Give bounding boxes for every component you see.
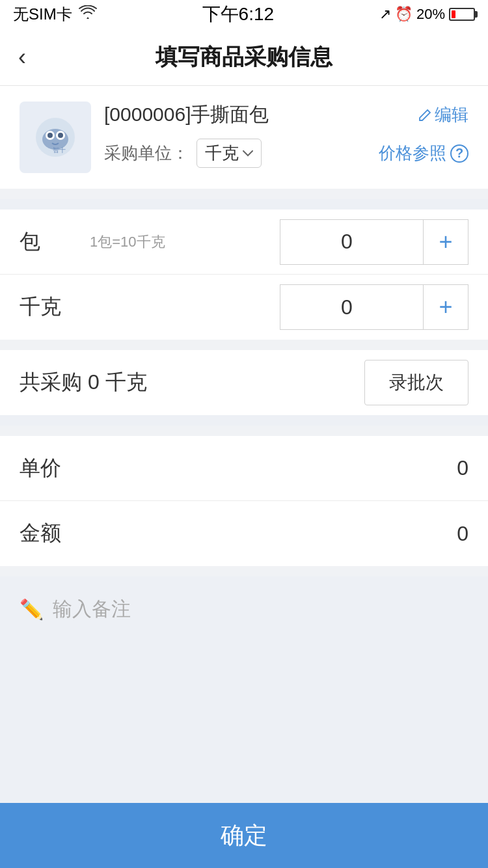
- field-section: 单价 0 金额 0: [0, 436, 488, 566]
- summary-label: 共采购 0 千克: [20, 368, 147, 397]
- summary-section: 共采购 0 千克 录批次: [0, 350, 488, 415]
- summary-row: 共采购 0 千克 录批次: [0, 350, 488, 415]
- product-unit-row: 采购单位： 千克 价格参照 ?: [104, 139, 468, 168]
- bag-input-wrapper: +: [280, 219, 468, 265]
- battery-percent: 20%: [416, 6, 445, 23]
- bag-quantity-input[interactable]: [280, 219, 423, 265]
- wifi-icon: [79, 5, 97, 23]
- kg-input-wrapper: +: [280, 284, 468, 330]
- unit-label: 采购单位：: [104, 143, 189, 163]
- kg-quantity-input[interactable]: [280, 284, 423, 330]
- unit-price-row: 单价 0: [0, 436, 488, 501]
- product-header: [0000006]手撕面包 编辑: [104, 102, 468, 128]
- confirm-button[interactable]: 确定: [0, 803, 488, 868]
- remark-placeholder: 输入备注: [53, 596, 131, 623]
- status-bar: 无SIM卡 下午6:12 ↗ ⏰ 20%: [0, 0, 488, 29]
- bag-plus-button[interactable]: +: [423, 219, 468, 265]
- input-section: 包 1包=10千克 + 千克 +: [0, 210, 488, 340]
- price-reference-button[interactable]: 价格参照 ?: [379, 142, 468, 165]
- svg-point-4: [47, 133, 53, 138]
- section-divider-1: [0, 199, 488, 210]
- battery-icon: [449, 8, 475, 21]
- carrier-text: 无SIM卡: [13, 4, 72, 25]
- product-image: 智十: [20, 102, 91, 173]
- page-title: 填写商品采购信息: [156, 42, 332, 72]
- product-name: [0000006]手撕面包: [104, 102, 269, 128]
- status-time: 下午6:12: [202, 2, 275, 27]
- amount-label: 金额: [20, 519, 72, 548]
- unit-price-value: 0: [457, 456, 468, 480]
- content-area: 智十 [0000006]手撕面包 编辑 采购单位： 千克: [0, 86, 488, 824]
- kg-plus-button[interactable]: +: [423, 284, 468, 330]
- back-button[interactable]: ‹: [18, 44, 26, 71]
- bag-input-row: 包 1包=10千克 +: [0, 210, 488, 275]
- amount-value: 0: [457, 522, 468, 546]
- bag-label: 包: [20, 228, 85, 256]
- remark-section[interactable]: ✏️ 输入备注: [0, 576, 488, 694]
- section-divider-2: [0, 415, 488, 426]
- confirm-label: 确定: [221, 820, 267, 852]
- unit-price-label: 单价: [20, 454, 72, 483]
- status-right: ↗ ⏰ 20%: [379, 6, 475, 23]
- info-icon: ?: [450, 144, 468, 163]
- edit-button[interactable]: 编辑: [418, 103, 468, 126]
- status-left: 无SIM卡: [13, 4, 97, 25]
- product-info: [0000006]手撕面包 编辑 采购单位： 千克: [104, 102, 468, 168]
- remark-inner: ✏️ 输入备注: [20, 596, 468, 623]
- svg-point-5: [58, 133, 63, 138]
- record-batch-button[interactable]: 录批次: [364, 360, 468, 405]
- nav-bar: ‹ 填写商品采购信息: [0, 29, 488, 86]
- bag-sublabel: 1包=10千克: [90, 232, 165, 252]
- product-card: 智十 [0000006]手撕面包 编辑 采购单位： 千克: [0, 86, 488, 189]
- kg-label: 千克: [20, 293, 85, 321]
- pencil-icon: ✏️: [20, 598, 44, 621]
- location-icon: ↗: [379, 6, 391, 23]
- amount-row: 金额 0: [0, 501, 488, 566]
- svg-text:智十: 智十: [53, 146, 66, 154]
- unit-selector[interactable]: 采购单位： 千克: [104, 139, 262, 168]
- alarm-icon: ⏰: [395, 6, 413, 23]
- unit-select[interactable]: 千克: [197, 139, 262, 168]
- kg-input-row: 千克 +: [0, 275, 488, 340]
